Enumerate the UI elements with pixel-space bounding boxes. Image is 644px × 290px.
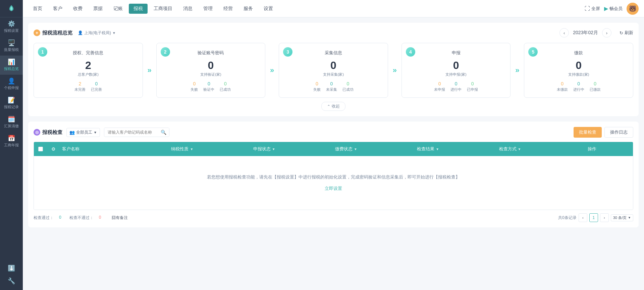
- search-input[interactable]: [104, 128, 158, 136]
- nav-item-industry[interactable]: 工商项目: [149, 4, 177, 14]
- th-settings[interactable]: ⚙: [47, 142, 59, 156]
- employee-selector[interactable]: 👥 全部员工 ▼: [66, 128, 100, 137]
- location-icon: 👤: [78, 30, 83, 35]
- fullscreen-button[interactable]: ⛶ 全屏: [585, 6, 600, 12]
- search-button[interactable]: 🔍: [158, 128, 169, 137]
- step-card-2: 2验证账号密码0支持验证(家)0失败0验证中0已成功: [156, 43, 266, 98]
- nav-item-accounting[interactable]: 记账: [109, 4, 127, 14]
- nav-item-management[interactable]: 管理: [199, 4, 217, 14]
- step-stat-item: 2未完善: [74, 81, 86, 92]
- step-stat-value: 0: [330, 81, 333, 86]
- step-num-4: 4: [406, 47, 415, 57]
- date-nav: ‹ 2023年02月 ›: [559, 28, 611, 38]
- overview-title-icon: +: [34, 29, 40, 36]
- per-page-chevron-icon: ▼: [628, 216, 631, 219]
- tax-overview-icon: 📊: [8, 59, 15, 65]
- batch-check-button[interactable]: 批量检查: [574, 127, 602, 138]
- step-num-1: 1: [38, 47, 47, 57]
- step-stat-value: 0: [438, 81, 441, 86]
- sidebar-item-support[interactable]: 🔧: [0, 275, 23, 287]
- step-stat-value: 0: [471, 81, 474, 86]
- per-page-select[interactable]: 30 条/页 ▼: [611, 214, 633, 221]
- payment-status-filter-icon[interactable]: ▼: [354, 147, 357, 151]
- footer-note: 囧有备注: [112, 215, 128, 221]
- step-stat-label: 未申报: [434, 87, 445, 92]
- sidebar: ⚙️ 报税设置 🖥️ 批量报税 📊 报税总览 👤 个税申报 📝 报税记录 🗓️ …: [0, 0, 23, 290]
- operation-log-button[interactable]: 操作日志: [604, 127, 633, 138]
- step-stats-2: 0失败0验证中0已成功: [162, 81, 260, 92]
- location-badge[interactable]: 👤 上海(电子税局) ▼: [78, 30, 116, 36]
- vip-button[interactable]: ▶ 畅会员: [604, 5, 623, 12]
- support-icon: 🔧: [8, 278, 15, 284]
- nav-item-settings[interactable]: 设置: [259, 4, 278, 14]
- th-payment-status: 缴费状态 ▼: [305, 142, 387, 156]
- step-sub-2: 支持验证(家): [162, 72, 260, 77]
- sidebar-item-clearance[interactable]: 🗓️ 汇算清缴: [0, 113, 23, 132]
- step-stat-label: 失败: [313, 87, 321, 92]
- nav-item-operations[interactable]: 经营: [219, 4, 237, 14]
- check-result-filter-icon[interactable]: ▼: [436, 147, 439, 151]
- step-stats-3: 0失败0未采集0已成功: [284, 81, 382, 92]
- th-checkbox[interactable]: [34, 143, 47, 155]
- page-first-button[interactable]: ‹: [579, 213, 587, 222]
- step-stat-label: 进行中: [573, 87, 584, 92]
- step-card-5: 5缴款0支持缴款(家)0未缴款0进行中0已缴款: [524, 43, 633, 98]
- step-count-2: 0: [162, 60, 260, 71]
- setup-link[interactable]: 立即设置: [325, 186, 342, 191]
- avatar[interactable]: 🐻: [627, 3, 639, 15]
- sidebar-item-download[interactable]: ⬇️: [0, 262, 23, 275]
- nav-item-home[interactable]: 首页: [28, 4, 47, 14]
- step-count-3: 0: [284, 60, 382, 71]
- date-prev-button[interactable]: ‹: [559, 28, 569, 38]
- collapse-button[interactable]: ⌃ 收起: [321, 102, 345, 111]
- step-stat-label: 已成功: [220, 87, 231, 92]
- declaration-status-filter-icon[interactable]: ▼: [272, 147, 275, 151]
- nav-items: 首页 客户 收费 票据 记账 报税 工商项目 消息 管理 经营 服务 设置: [28, 4, 585, 14]
- step-sub-4: 支持申报(家): [407, 72, 505, 77]
- main-wrapper: 首页 客户 收费 票据 记账 报税 工商项目 消息 管理 经营 服务 设置 ⛶ …: [23, 0, 644, 290]
- tax-nature-filter-icon[interactable]: ▼: [190, 147, 193, 151]
- header-checkbox[interactable]: [38, 147, 43, 151]
- step-connector-3: »: [388, 43, 401, 98]
- date-next-button[interactable]: ›: [602, 28, 611, 38]
- step-stat-value: 0: [316, 81, 318, 86]
- sidebar-item-annual-report[interactable]: 📅 工商年报: [0, 132, 23, 151]
- nav-item-service[interactable]: 服务: [239, 4, 258, 14]
- nav-item-tax[interactable]: 报税: [129, 4, 148, 14]
- clearance-icon: 🗓️: [8, 116, 15, 122]
- nav-item-invoices[interactable]: 票据: [89, 4, 107, 14]
- empty-message: 若您想使用报税检查功能，请先在【报税设置】中进行报税的初始化设置，完成密码验证和…: [207, 173, 460, 193]
- sidebar-item-tax-records[interactable]: 📝 报税记录: [0, 94, 23, 113]
- refresh-icon: ↻: [620, 30, 623, 35]
- tax-check-icon: ◎: [34, 129, 40, 136]
- sidebar-item-personal-tax[interactable]: 👤 个税申报: [0, 75, 23, 94]
- nav-item-fees[interactable]: 收费: [68, 4, 87, 14]
- step-sub-3: 支持采集(家): [284, 72, 382, 77]
- batch-tax-icon: 🖥️: [8, 40, 15, 46]
- step-stat-value: 0: [594, 81, 596, 86]
- step-sub-1: 总客户数(家): [39, 72, 137, 77]
- step-stat-value: 0: [95, 81, 98, 86]
- page-next-button[interactable]: ›: [600, 213, 609, 222]
- section-actions: 批量检查 操作日志: [574, 127, 633, 138]
- nav-item-clients[interactable]: 客户: [48, 4, 67, 14]
- sidebar-item-tax-settings[interactable]: ⚙️ 报税设置: [0, 17, 23, 37]
- nav-item-messages[interactable]: 消息: [178, 4, 197, 14]
- refresh-button[interactable]: ↻ 刷新: [620, 30, 633, 36]
- step-title-2: 验证账号密码: [162, 50, 260, 56]
- passed-count[interactable]: 0: [59, 215, 61, 221]
- sidebar-logo: [0, 0, 23, 17]
- failed-count[interactable]: 0: [99, 215, 101, 221]
- step-stat-item: 0失败: [313, 81, 321, 92]
- sidebar-item-batch-tax[interactable]: 🖥️ 批量报税: [0, 37, 23, 56]
- table-wrapper: ⚙ 客户名称 纳税性质 ▼ 申报状态 ▼ 缴费状态 ▼: [34, 142, 633, 210]
- collapse-row: ⌃ 收起: [34, 102, 633, 111]
- step-connector-2: »: [265, 43, 279, 98]
- step-stats-4: 0未申报0进行中0已申报: [407, 81, 505, 92]
- fullscreen-icon: ⛶: [585, 6, 590, 12]
- top-nav: 首页 客户 收费 票据 记账 报税 工商项目 消息 管理 经营 服务 设置 ⛶ …: [23, 0, 644, 17]
- step-stat-label: 未完善: [74, 87, 86, 92]
- check-method-filter-icon[interactable]: ▼: [518, 147, 521, 151]
- tax-check-header: ◎ 报税检查 👥 全部员工 ▼ 🔍 批量检查 操作日志: [34, 127, 633, 138]
- sidebar-item-tax-overview[interactable]: 📊 报税总览: [0, 56, 23, 75]
